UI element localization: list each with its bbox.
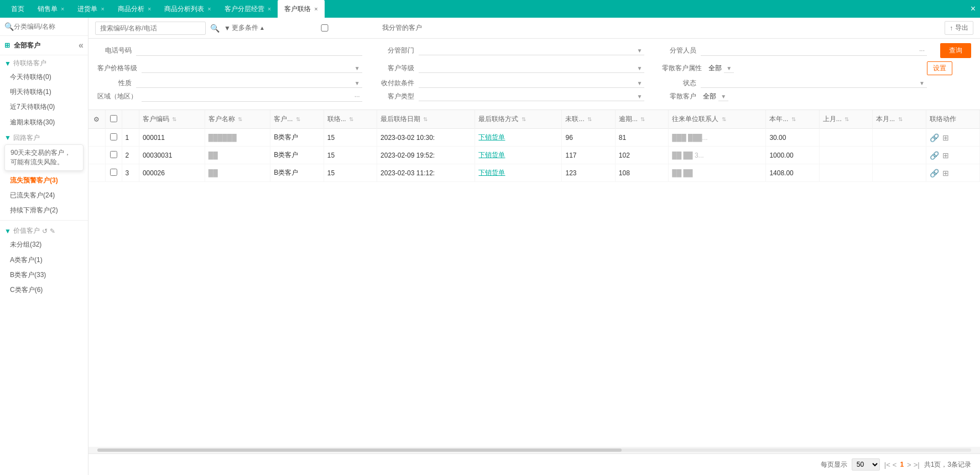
scroll-thumb[interactable] [97,448,622,452]
col-last-contact-date[interactable]: 最后联络日期 ⇅ [377,110,475,129]
action-contact-icon[interactable]: 🔗 [930,151,939,160]
sidebar-item-class-a[interactable]: A类客户(1) [0,253,88,268]
tab-product-analysis-list[interactable]: 商品分析列表 × [158,0,217,18]
row-checkbox[interactable] [110,133,117,140]
row-last-contact-date: 2023-02-09 19:52: [377,147,475,164]
refresh-icon[interactable]: ↺ [42,227,48,235]
sidebar-item-churn-warning[interactable]: 流失预警客户(3) [0,173,88,188]
select-all-checkbox[interactable] [110,115,117,122]
area-more-icon[interactable]: ··· [355,92,360,100]
action-more-icon[interactable]: ⊞ [942,169,949,178]
action-contact-icon[interactable]: 🔗 [930,133,939,142]
action-more-icon[interactable]: ⊞ [942,151,949,160]
tab-product-analysis[interactable]: 商品分析 × [111,0,158,18]
settings-button[interactable]: 设置 [927,61,952,75]
status-select[interactable]: ▼ [701,79,927,88]
col-name[interactable]: 客户名称 ⇅ [205,110,270,129]
prev-page-button[interactable]: < [893,461,897,469]
col-code[interactable]: 客户编码 ⇅ [139,110,205,129]
payment-select[interactable]: ▼ [419,79,645,88]
col-uncontacted[interactable]: 未联... ⇅ [562,110,615,129]
person-more-icon[interactable]: ··· [919,46,925,54]
dept-select[interactable]: ▼ [419,46,645,55]
tab-sales[interactable]: 销售单 × [31,0,71,18]
row-this-month [873,129,926,147]
page-size-select[interactable]: 50 100 [852,458,880,471]
close-customer-tier-tab[interactable]: × [268,6,271,12]
person-select[interactable]: ··· [701,45,927,56]
sidebar-item-today[interactable]: 今天待联络(0) [0,70,88,85]
col-contact[interactable]: 联络... ⇅ [324,110,377,129]
col-this-year[interactable]: 本年... ⇅ [766,110,819,129]
first-page-button[interactable]: |< [884,461,890,469]
search-button[interactable]: 🔍 [210,24,220,33]
row-checkbox[interactable] [110,151,117,158]
next-page-button[interactable]: > [907,461,911,469]
content-area: 🔍 ▼ 更多条件 ▲ 我分管的客户 ↑ 导出 电话号码 [88,18,980,475]
sidebar-search-input[interactable] [14,23,88,30]
tab-customer-contact[interactable]: 客户联络 × [278,0,324,18]
price-level-select[interactable]: ▼ [142,64,362,73]
contact-type-link[interactable]: 下销货单 [478,169,505,176]
row-checkbox[interactable] [110,169,117,176]
sidebar-item-churned[interactable]: 已流失客户(24) [0,188,88,203]
sidebar-item-declining[interactable]: 持续下滑客户(2) [0,203,88,218]
export-button[interactable]: ↑ 导出 [945,21,973,35]
close-sales-tab[interactable]: × [61,6,64,12]
section-churn-customers[interactable]: ▼ 回路客户 [0,130,88,144]
section-pending-contact[interactable]: ▼ 待联络客户 [0,55,88,70]
col-last-month[interactable]: 上月... ⇅ [819,110,872,129]
col-unit-contact[interactable]: 往来单位联系人 ⇅ [669,110,766,129]
section-value-customers[interactable]: ▼ 价值客户 ↺ ✎ [0,223,88,237]
sidebar-item-ungrouped[interactable]: 未分组(32) [0,237,88,252]
close-customer-contact-tab[interactable]: × [314,6,317,12]
contact-type-link[interactable]: 下销货单 [478,133,505,141]
level-select[interactable]: ▼ [419,64,645,73]
sidebar-item-overdue[interactable]: 逾期未联络(30) [0,115,88,130]
tab-purchase[interactable]: 进货单 × [71,0,111,18]
tab-customer-tier[interactable]: 客户分层经营 × [218,0,278,18]
sidebar-item-tomorrow[interactable]: 明天待联络(1) [0,85,88,100]
close-purchase-tab[interactable]: × [101,6,104,12]
customer-type-select[interactable]: ▼ [419,92,645,101]
code-sort-icon: ⇅ [172,116,176,122]
horizontal-scrollbar[interactable] [88,447,980,453]
last-page-button[interactable]: >| [914,461,920,469]
query-button[interactable]: 查询 [940,43,971,58]
sidebar-item-class-c[interactable]: C类客户(6) [0,283,88,297]
retail-customer-select[interactable]: ▼ [718,92,728,101]
row-type: B类客户 [270,164,324,182]
col-type[interactable]: 客户... ⇅ [270,110,324,129]
row-checkbox-cell [105,147,122,164]
col-settings[interactable]: ⚙ [88,110,105,129]
close-product-analysis-tab[interactable]: × [148,6,151,12]
my-customers-checkbox-area[interactable]: 我分管的客户 [269,23,422,33]
area-select[interactable]: ··· [142,91,362,102]
global-close-button[interactable]: × [971,4,976,14]
action-more-icon[interactable]: ⊞ [942,133,949,142]
col-overdue[interactable]: 逾期... ⇅ [615,110,668,129]
row-overdue: 102 [615,147,668,164]
more-conditions-button[interactable]: ▼ 更多条件 ▲ [224,23,265,33]
retail-customer-value: 全部 [703,92,716,101]
my-customers-checkbox[interactable] [269,24,380,32]
search-input[interactable] [95,22,206,35]
sidebar-collapse-icon[interactable]: « [79,40,84,50]
close-product-analysis-list-tab[interactable]: × [207,6,211,12]
row-checkbox-cell [105,129,122,147]
phone-input[interactable] [136,45,362,56]
retail-attr-down-arrow: ▼ [726,65,732,71]
tab-home[interactable]: 首页 [4,0,31,18]
contact-type-link[interactable]: 下销货单 [478,151,505,159]
row-index: 3 [122,164,139,182]
sidebar-item-7days[interactable]: 近7天待联络(0) [0,100,88,114]
edit-icon[interactable]: ✎ [50,227,55,235]
data-table-area: ⚙ 客户编码 ⇅ 客户名称 ⇅ [88,110,980,447]
nature-select[interactable]: ▼ [136,79,362,88]
retail-attr-select[interactable]: ▼ [724,64,734,73]
col-this-month[interactable]: 本月... ⇅ [873,110,926,129]
sidebar-all-customers[interactable]: ⊞ 全部客户 « [0,36,88,55]
sidebar-item-class-b[interactable]: B类客户(33) [0,268,88,283]
action-contact-icon[interactable]: 🔗 [930,169,939,178]
col-last-contact-type[interactable]: 最后联络方式 ⇅ [475,110,562,129]
